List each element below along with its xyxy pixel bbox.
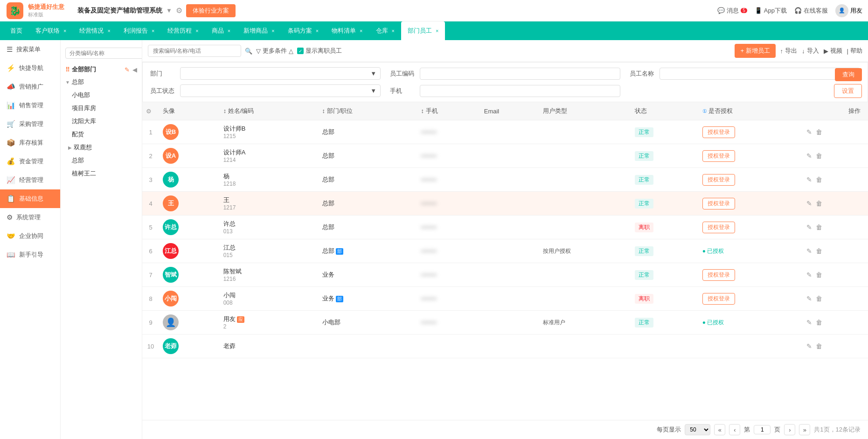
close-icon[interactable]: × — [107, 28, 110, 34]
dept-item-zongbu2[interactable]: 总部 — [61, 154, 142, 167]
delete-icon[interactable]: 🗑 — [816, 176, 822, 183]
nav-tab-barcode[interactable]: 条码方案 × — [281, 21, 325, 40]
delete-icon[interactable]: 🗑 — [816, 295, 822, 302]
auth-login-btn[interactable]: 授权登录 — [702, 126, 735, 138]
close-icon-active[interactable]: × — [436, 28, 438, 34]
dept-item-shenyang[interactable]: 沈阳大库 — [61, 115, 142, 128]
sidebar-item-finance[interactable]: 💰 资金管理 — [0, 152, 60, 171]
set-btn[interactable]: 设置 — [834, 84, 862, 98]
close-icon[interactable]: × — [271, 28, 274, 34]
sidebar-item-sales[interactable]: 📊 销售管理 — [0, 96, 60, 115]
trial-button[interactable]: 体验行业方案 — [186, 4, 236, 17]
settings-icon[interactable]: ⚙ — [176, 6, 182, 15]
dept-item-xiaodibu[interactable]: 小电部 — [61, 89, 142, 102]
show-resigned-toggle[interactable]: ✓ 显示离职员工 — [297, 47, 342, 55]
app-download-btn[interactable]: 📱 App下载 — [755, 7, 787, 15]
dept-search-input[interactable] — [65, 48, 142, 59]
dept-item-xianmu[interactable]: 项目库房 — [61, 102, 142, 115]
close-icon[interactable]: × — [392, 28, 395, 34]
col-name[interactable]: ↕ 姓名/编码 — [220, 102, 319, 120]
dept-item-peihuo[interactable]: 配货 — [61, 128, 142, 141]
message-btn[interactable]: 💬 消息 5 — [717, 7, 747, 15]
sidebar-item-basics[interactable]: 📋 基础信息 — [0, 189, 60, 208]
sidebar-item-search[interactable]: ☰ 搜索菜单 — [0, 40, 60, 59]
sidebar-item-inventory[interactable]: 📦 库存核算 — [0, 133, 60, 152]
filter-code-input[interactable] — [420, 68, 620, 80]
auth-login-btn[interactable]: 授权登录 — [702, 198, 735, 209]
delete-icon[interactable]: 🗑 — [816, 247, 822, 255]
filter-name-input[interactable] — [660, 68, 860, 80]
sidebar-item-management[interactable]: 📈 经营管理 — [0, 171, 60, 189]
search-input[interactable] — [148, 45, 241, 57]
nav-tab-add-goods[interactable]: 新增商品 × — [237, 21, 281, 40]
edit-icon[interactable]: ✎ — [806, 200, 812, 207]
first-page-btn[interactable]: « — [714, 424, 725, 435]
nav-tab-department[interactable]: 部门员工 × — [401, 21, 445, 40]
col-dept[interactable]: ↕ 部门/职位 — [319, 102, 417, 120]
nav-tab-history[interactable]: 经营历程 × — [161, 21, 205, 40]
sidebar-item-guide[interactable]: 📖 新手引导 — [0, 245, 60, 264]
sidebar-item-purchase[interactable]: 🛒 采购管理 — [0, 115, 60, 133]
close-icon[interactable]: × — [152, 28, 154, 34]
page-input[interactable] — [754, 425, 771, 434]
close-icon[interactable]: × — [195, 28, 198, 34]
dept-edit-icon[interactable]: ✎ — [125, 66, 130, 73]
edit-icon[interactable]: ✎ — [806, 223, 812, 231]
filter-dept-select[interactable]: ▼ — [180, 67, 381, 80]
prev-page-btn[interactable]: ‹ — [729, 424, 740, 435]
nav-tab-bom[interactable]: 物料清单 × — [325, 21, 369, 40]
edit-icon[interactable]: ✎ — [806, 319, 812, 326]
delete-icon[interactable]: 🗑 — [816, 152, 822, 160]
nav-tab-customer[interactable]: 客户联络 × — [29, 21, 73, 40]
col-phone[interactable]: ↕ 手机 — [417, 102, 480, 120]
close-icon[interactable]: × — [360, 28, 362, 34]
edit-icon[interactable]: ✎ — [806, 342, 812, 350]
delete-icon[interactable]: 🗑 — [816, 271, 822, 279]
nav-tab-goods[interactable]: 商品 × — [205, 21, 237, 40]
filter-more-btn[interactable]: ▽ 更多条件 △ — [256, 47, 293, 55]
edit-icon[interactable]: ✎ — [806, 152, 812, 160]
nav-tab-profit[interactable]: 利润报告 × — [117, 21, 161, 40]
dept-group-zongbu[interactable]: ▼ 总部 — [61, 76, 142, 89]
dept-subgroup-shuangluxiang[interactable]: ▶ 双鹿想 — [61, 141, 142, 154]
close-icon[interactable]: × — [228, 28, 230, 34]
export-btn[interactable]: ↑ 导出 — [780, 47, 798, 55]
edit-icon[interactable]: ✎ — [806, 176, 812, 183]
sidebar-item-system[interactable]: ⚙ 系统管理 — [0, 208, 60, 227]
delete-icon[interactable]: 🗑 — [816, 128, 822, 136]
dept-collapse-icon[interactable]: ◀ — [132, 66, 137, 73]
auth-login-btn[interactable]: 授权登录 — [702, 150, 735, 162]
dropdown-arrow[interactable]: ▼ — [166, 7, 172, 14]
delete-icon[interactable]: 🗑 — [816, 223, 822, 231]
filter-status-select[interactable]: ▼ — [180, 84, 381, 97]
edit-icon[interactable]: ✎ — [806, 128, 812, 136]
auth-login-btn[interactable]: 授权登录 — [702, 222, 735, 233]
search-icon[interactable]: 🔍 — [245, 48, 252, 55]
edit-icon[interactable]: ✎ — [806, 247, 812, 255]
nav-tab-home[interactable]: 首页 — [4, 21, 29, 40]
import-btn[interactable]: ↓ 导入 — [802, 47, 819, 55]
help-btn[interactable]: | 帮助 — [847, 47, 862, 55]
dept-all-label[interactable]: 全部部门 — [72, 65, 96, 74]
auth-login-btn[interactable]: 授权登录 — [702, 174, 735, 186]
user-avatar[interactable]: 👤 用友 — [835, 4, 862, 17]
close-icon[interactable]: × — [63, 28, 66, 34]
add-employee-btn[interactable]: + 新增员工 — [735, 44, 775, 58]
nav-tab-operation[interactable]: 经营情况 × — [73, 21, 117, 40]
sidebar-item-collab[interactable]: 🤝 企业协同 — [0, 227, 60, 245]
sidebar-item-quicknav[interactable]: ⚡ 快捷导航 — [0, 59, 60, 77]
col-settings[interactable]: ⚙ — [142, 102, 159, 120]
view-btn[interactable]: ▶ 视频 — [824, 47, 842, 55]
delete-icon[interactable]: 🗑 — [816, 319, 822, 326]
online-service-btn[interactable]: 🎧 在线客服 — [794, 7, 828, 15]
last-page-btn[interactable]: » — [799, 424, 810, 435]
edit-icon[interactable]: ✎ — [806, 295, 812, 302]
edit-icon[interactable]: ✎ — [806, 271, 812, 279]
filter-phone-input[interactable] — [420, 85, 620, 97]
query-btn[interactable]: 查询 — [835, 68, 862, 81]
auth-login-btn[interactable]: 授权登录 — [702, 293, 735, 305]
sidebar-item-marketing[interactable]: 📣 营销推广 — [0, 77, 60, 96]
close-icon[interactable]: × — [316, 28, 319, 34]
per-page-select[interactable]: 50 20 100 — [685, 424, 710, 435]
delete-icon[interactable]: 🗑 — [816, 200, 822, 207]
